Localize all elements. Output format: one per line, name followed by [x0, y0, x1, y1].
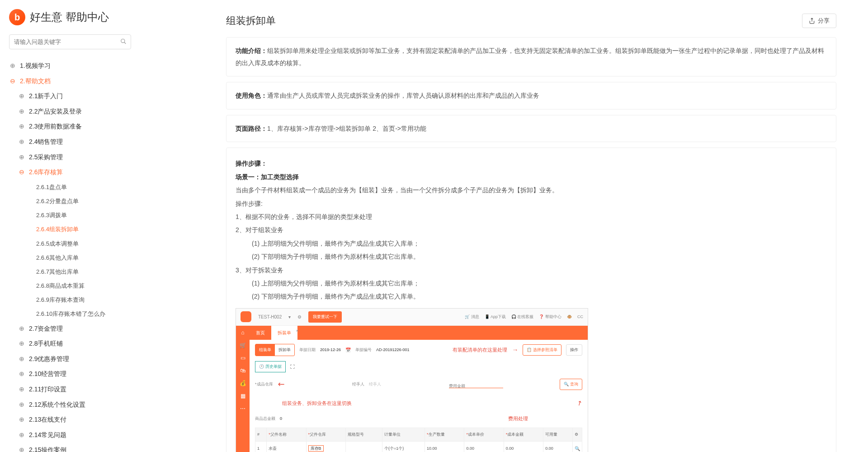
share-button[interactable]: 分享: [802, 14, 836, 28]
nav-item-2-6-2[interactable]: 2.6.2分量盘点单: [9, 194, 131, 208]
query-button[interactable]: 🔍 查询: [560, 379, 582, 390]
tab-form[interactable]: 拆装单×: [271, 326, 297, 340]
plus-icon: ⊕: [18, 325, 25, 332]
nav-item-2-6-1[interactable]: 2.6.1盘点单: [9, 180, 131, 194]
plus-icon: ⊕: [18, 371, 25, 378]
ss-logo-icon: [241, 311, 251, 322]
tab-home[interactable]: 首页: [250, 326, 271, 340]
nav-item-2-9[interactable]: ⊕2.9优惠券管理: [9, 352, 131, 367]
fee-input[interactable]: 费用金额: [449, 381, 503, 388]
sidebar: b 好生意 帮助中心 ⊕1.视频学习 ⊖2.帮助文档 ⊕2.1新手入门 ⊕2.2…: [0, 0, 140, 452]
online-support-link[interactable]: 🎧 在线客服: [511, 313, 534, 321]
radio-assemble[interactable]: 组装单: [255, 344, 275, 356]
step2: 2、对于组装业务: [236, 224, 827, 237]
plus-icon: ⊕: [18, 138, 25, 146]
nav-item-2-12[interactable]: ⊕2.12系统个性化设置: [9, 397, 131, 413]
th-gear: ⚙: [573, 428, 582, 442]
operator-label: 经手人: [352, 380, 364, 389]
th-cost-amt: *成本金额: [504, 428, 543, 442]
bag-icon[interactable]: 🛍: [239, 367, 246, 375]
search-input[interactable]: [9, 34, 131, 49]
intro-box: 功能介绍：组装拆卸单用来处理企业组装或拆卸等加工业务，支持有固定装配清单的产品加…: [226, 37, 836, 76]
intro-label: 功能介绍：: [236, 47, 267, 54]
logo-row: b 好生意 帮助中心: [9, 9, 131, 25]
th-qty: *生产数量: [425, 428, 464, 442]
plus-icon: ⊕: [18, 93, 25, 100]
home-icon[interactable]: ⌂: [239, 329, 246, 337]
box-icon[interactable]: ▭: [239, 355, 246, 362]
avatar-icon[interactable]: 🐵: [567, 313, 572, 321]
nav-item-2-11[interactable]: ⊕2.11打印设置: [9, 382, 131, 397]
plus-icon: ⊕: [18, 386, 25, 393]
nav-item-2-6-9[interactable]: 2.6.9库存账本查询: [9, 293, 131, 307]
app-download-link[interactable]: 📱 App下载: [485, 313, 506, 321]
annotation-1: 有装配清单的在这里处理: [453, 345, 507, 355]
prod-cost-value: 0: [280, 414, 282, 423]
date-label: 单据日期: [299, 346, 316, 354]
nav-item-2-6-7[interactable]: 2.6.7其他出库单: [9, 265, 131, 279]
nav-item-2-5[interactable]: ⊕2.5采购管理: [9, 150, 131, 165]
nav-item-2-6[interactable]: ⊖2.6库存核算: [9, 165, 131, 180]
nav-item-2-10[interactable]: ⊕2.10经营管理: [9, 366, 131, 382]
nav-item-2-6-3[interactable]: 2.6.3调拨单: [9, 208, 131, 222]
th-cost-price: *成本单价: [464, 428, 504, 442]
cart-icon[interactable]: 🛒 消息: [465, 313, 479, 321]
help-center-link[interactable]: ❓ 帮助中心: [539, 313, 561, 321]
step1: 1、根据不同的业务，选择不同单据的类型来处理: [236, 210, 827, 224]
search-icon[interactable]: [120, 38, 127, 46]
expand-icon[interactable]: ⛶: [290, 362, 295, 371]
table-row[interactable]: 1 水壶 库存B 个(个=1个) 10.00 0.00 0.00 0.00: [255, 442, 582, 452]
plus-icon: ⊕: [9, 62, 16, 70]
content-box: 操作步骤： 场景一：加工类型选择 当由多个子件材料组装成一个成品的业务为【组装】…: [226, 147, 836, 452]
embedded-screenshot: TEST-H002 ▾ ⚙ 我要重试一下 🛒 消息 📱 App下载 🎧 在线客服…: [236, 308, 588, 452]
nav-item-2-15[interactable]: ⊕2.15操作案例: [9, 442, 131, 452]
th-parent-wh: *父件仓库: [306, 428, 345, 442]
ss-topbar: TEST-H002 ▾ ⚙ 我要重试一下 🛒 消息 📱 App下载 🎧 在线客服…: [236, 309, 588, 326]
cash-icon[interactable]: 💰: [239, 380, 246, 387]
nav-item-2-3[interactable]: ⊕2.3使用前数据准备: [9, 119, 131, 134]
nav-item-2-6-6[interactable]: 2.6.6其他入库单: [9, 251, 131, 265]
plus-icon: ⊕: [18, 153, 25, 161]
path-label: 页面路径：: [236, 125, 267, 132]
ss-tabs: 首页 拆装单×: [250, 326, 588, 340]
nav-item-2-6-4[interactable]: 2.6.4组装拆卸单: [9, 222, 131, 236]
nav-item-2-6-10[interactable]: 2.6.10库存账本错了怎么办: [9, 307, 131, 321]
date-value: 2019-12-26: [320, 346, 341, 354]
cart-icon[interactable]: 🛒: [239, 342, 246, 349]
pick-list-button[interactable]: 📋 选择参照清单: [523, 344, 561, 356]
search-icon[interactable]: 🔍: [575, 446, 580, 451]
nav-item-2-2[interactable]: ⊕2.2产品安装及登录: [9, 104, 131, 119]
ss-retry-button[interactable]: 我要重试一下: [308, 311, 342, 323]
radio-disassemble[interactable]: 拆卸单: [275, 344, 294, 356]
docno-value: AD-20191226-001: [376, 346, 410, 354]
gear-icon: ⚙: [297, 312, 302, 322]
nav-item-2-6-8[interactable]: 2.6.8商品成本重算: [9, 279, 131, 293]
nav-item-2-6-5[interactable]: 2.6.5成本调整单: [9, 237, 131, 251]
type-radio-group[interactable]: 组装单 拆卸单: [255, 344, 295, 356]
more-icon[interactable]: ⋯: [239, 405, 246, 413]
minus-icon: ⊖: [9, 77, 16, 85]
nav-item-2-4[interactable]: ⊕2.4销售管理: [9, 134, 131, 150]
grid-icon[interactable]: ▦: [239, 393, 246, 400]
operate-button[interactable]: 操作: [566, 344, 582, 356]
arrow-icon: →: [512, 343, 518, 357]
th-unit: 计量单位: [382, 428, 425, 442]
nav-item-2-14[interactable]: ⊕2.14常见问题: [9, 428, 131, 443]
nav-item-2-1[interactable]: ⊕2.1新手入门: [9, 89, 131, 104]
nav-item-docs[interactable]: ⊖2.帮助文档: [9, 74, 131, 89]
nav-item-2-8[interactable]: ⊕2.8手机旺铺: [9, 336, 131, 352]
nav-item-2-7[interactable]: ⊕2.7资金管理: [9, 321, 131, 337]
calendar-icon[interactable]: 📅: [345, 345, 351, 355]
nav-tree: ⊕1.视频学习 ⊖2.帮助文档 ⊕2.1新手入门 ⊕2.2产品安装及登录 ⊕2.…: [9, 58, 131, 452]
close-icon[interactable]: ×: [296, 327, 298, 335]
scene1-label: 场景一：加工类型选择: [236, 173, 299, 181]
nav-item-2-13[interactable]: ⊕2.13在线支付: [9, 412, 131, 428]
prod-cost-label: 商品总金额: [255, 414, 275, 423]
share-icon: [809, 18, 815, 24]
scene1-desc: 当由多个子件材料组装成一个成品的业务为【组装】业务，当由一个父件拆分成多个子产品…: [236, 184, 827, 197]
nav-item-video[interactable]: ⊕1.视频学习: [9, 58, 131, 74]
step3-2: (2) 下部明细为子件明细，最终作为产成品生成其它入库单。: [236, 290, 827, 303]
role-box: 使用角色：通常由生产人员或库管人员完成拆装业务的操作，库管人员确认原材料的出库和…: [226, 82, 836, 109]
svg-point-0: [121, 39, 125, 43]
history-button[interactable]: 🕐 历史单据: [255, 361, 286, 372]
